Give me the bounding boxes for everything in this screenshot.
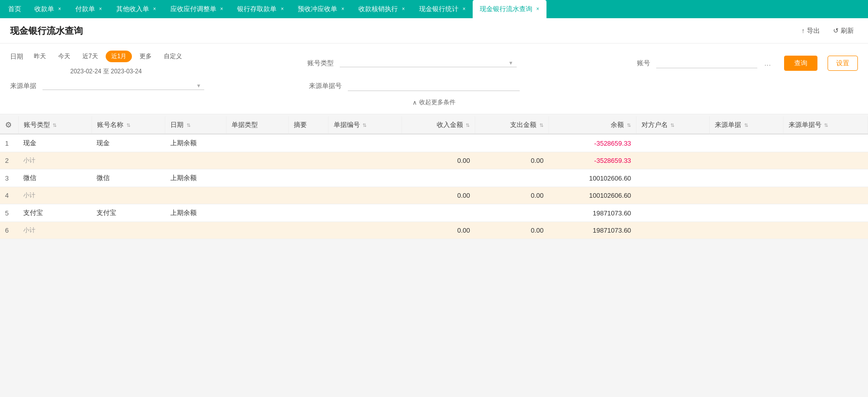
source-doc-label: 来源单据 (10, 81, 36, 91)
col-expense[interactable]: 支出金额 ⇅ (475, 116, 549, 134)
cell-account-name (92, 222, 165, 239)
gear-icon[interactable]: ⚙ (5, 120, 12, 129)
date-btn-custom[interactable]: 自定义 (159, 51, 187, 62)
sort-icon: ⇅ (53, 122, 57, 128)
cell-balance: -3528659.33 (549, 152, 636, 169)
close-icon[interactable]: × (220, 0, 223, 18)
col-summary[interactable]: 摘要 (288, 116, 328, 134)
cell-doc-no (328, 187, 401, 204)
close-icon[interactable]: × (402, 0, 405, 18)
date-btn-today[interactable]: 今天 (54, 51, 75, 62)
close-icon[interactable]: × (536, 0, 539, 18)
cell-source-doc (710, 222, 783, 239)
sort-icon: ⇅ (126, 122, 130, 128)
export-button[interactable]: ↑ 导出 (798, 24, 825, 37)
col-income-label: 收入金额 (437, 121, 463, 128)
sort-icon: ⇅ (670, 122, 674, 128)
date-btn-more[interactable]: 更多 (135, 51, 156, 62)
nav-home[interactable]: 首页 (2, 0, 27, 18)
close-icon[interactable]: × (153, 0, 156, 18)
close-icon[interactable]: × (463, 0, 466, 18)
cell-doc-no (328, 222, 401, 239)
cell-expense: 0.00 (475, 187, 549, 204)
col-account-name[interactable]: 账号名称 ⇅ (92, 116, 165, 134)
table-row: 2 小计 0.00 0.00 -3528659.33 (0, 152, 868, 169)
account-type-select[interactable]: ▼ (340, 59, 517, 67)
nav-tab-shoukuan[interactable]: 收款核销执行 × (351, 0, 412, 18)
export-label: 导出 (807, 26, 820, 35)
cell-date: 上期余额 (165, 204, 226, 222)
refresh-label: 刷新 (841, 26, 854, 35)
cell-expense (475, 169, 549, 187)
sort-icon: ⇅ (539, 122, 543, 128)
sort-icon: ⇅ (627, 122, 631, 128)
col-doc-no[interactable]: 单据编号 ⇅ (328, 116, 401, 134)
settings-button[interactable]: 设置 (828, 56, 858, 71)
cell-date (165, 187, 226, 204)
col-account-type[interactable]: 账号类型 ⇅ (18, 116, 92, 134)
table-row: 6 小计 0.00 0.00 19871073.60 (0, 222, 868, 239)
account-input[interactable] (656, 58, 757, 68)
cell-doc-type (226, 204, 289, 222)
nav-tab-label: 其他收入单 (116, 0, 149, 18)
nav-tab-label: 银行存取款单 (237, 0, 277, 18)
collapse-row: ∧ 收起更多条件 (10, 96, 858, 109)
col-income[interactable]: 收入金额 ⇅ (401, 116, 475, 134)
cell-expense: 0.00 (475, 152, 549, 169)
col-source-doc[interactable]: 来源单据 ⇅ (710, 116, 783, 134)
nav-tab-shoudan[interactable]: 收款单 × (27, 0, 68, 18)
cell-source-doc-no (783, 222, 867, 239)
col-date[interactable]: 日期 ⇅ (165, 116, 226, 134)
close-icon[interactable]: × (58, 0, 61, 18)
date-btn-yesterday[interactable]: 昨天 (29, 51, 51, 62)
nav-tab-liushui[interactable]: 现金银行流水查询 × (473, 0, 546, 18)
cell-num: 5 (0, 204, 18, 222)
cell-source-doc-no (783, 204, 867, 222)
nav-tab-qitashouru[interactable]: 其他收入单 × (109, 0, 163, 18)
data-table-wrap: ⚙ 账号类型 ⇅ 账号名称 ⇅ 日期 ⇅ 单据类型 摘要 (0, 116, 868, 239)
refresh-button[interactable]: ↺ 刷新 (829, 24, 858, 37)
date-btn-1month[interactable]: 近1月 (106, 51, 132, 62)
close-icon[interactable]: × (99, 0, 102, 18)
query-button[interactable]: 查询 (784, 56, 817, 71)
page-title: 现金银行流水查询 (10, 25, 83, 37)
dots-button[interactable]: ... (761, 58, 774, 69)
cell-doc-type (226, 152, 289, 169)
nav-home-label: 首页 (8, 0, 21, 18)
cell-summary (288, 187, 328, 204)
cell-account-name: 微信 (92, 169, 165, 187)
nav-tab-yingshou[interactable]: 应收应付调整单 × (163, 0, 231, 18)
close-icon[interactable]: × (281, 0, 284, 18)
cell-doc-no (328, 134, 401, 152)
col-source-doc-no-label: 来源单据号 (789, 121, 821, 128)
top-navigation: 首页 收款单 × 付款单 × 其他收入单 × 应收应付调整单 × 银行存取款单 … (0, 0, 868, 18)
cell-doc-type (226, 187, 289, 204)
nav-tab-yushou[interactable]: 预收冲应收单 × (291, 0, 351, 18)
col-doc-type[interactable]: 单据类型 (226, 116, 289, 134)
source-doc-no-input[interactable] (351, 82, 517, 90)
cell-source-doc-no (783, 169, 867, 187)
nav-tab-fukuandan[interactable]: 付款单 × (68, 0, 109, 18)
date-filter: 日期 昨天 今天 近7天 近1月 更多 自定义 2023-02-24 至 202… (10, 51, 187, 76)
col-source-doc-no[interactable]: 来源单据号 ⇅ (783, 116, 867, 134)
col-balance[interactable]: 余额 ⇅ (549, 116, 636, 134)
cell-num: 2 (0, 152, 18, 169)
source-doc-select[interactable]: ▼ (42, 82, 204, 90)
col-source-doc-label: 来源单据 (715, 121, 741, 128)
cell-num: 1 (0, 134, 18, 152)
date-range-display: 2023-02-24 至 2023-03-24 (70, 67, 142, 76)
cell-account-type: 支付宝 (18, 204, 92, 222)
col-counterpart[interactable]: 对方户名 ⇅ (636, 116, 709, 134)
close-icon[interactable]: × (341, 0, 344, 18)
nav-tab-yinhang[interactable]: 银行存取款单 × (230, 0, 291, 18)
cell-source-doc (710, 187, 783, 204)
source-doc-no-input-wrap (348, 81, 520, 91)
cell-account-name: 现金 (92, 134, 165, 152)
nav-tab-tongji[interactable]: 现金银行统计 × (412, 0, 473, 18)
cell-doc-type (226, 134, 289, 152)
date-btn-7days[interactable]: 近7天 (78, 51, 103, 62)
collapse-button[interactable]: ∧ 收起更多条件 (10, 96, 858, 109)
table-row: 1 现金 现金 上期余额 -3528659.33 (0, 134, 868, 152)
col-gear[interactable]: ⚙ (0, 116, 18, 134)
cell-source-doc (710, 204, 783, 222)
